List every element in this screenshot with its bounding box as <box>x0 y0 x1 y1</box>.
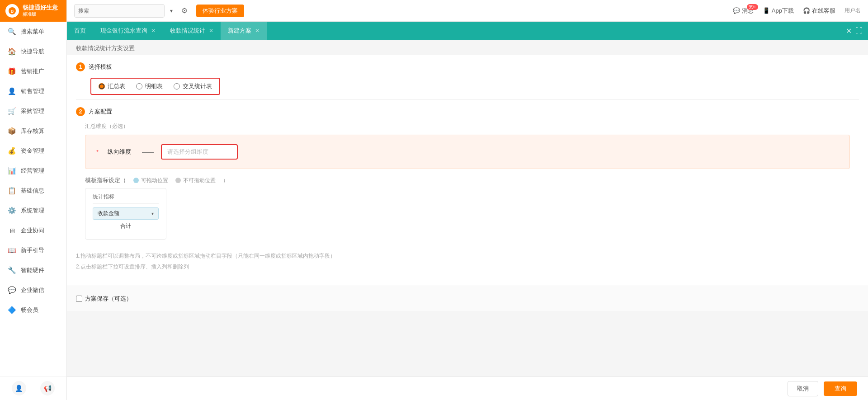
sales-icon: 👤 <box>7 87 16 96</box>
service-icon: 🎧 <box>803 7 810 14</box>
tab-payment-stats[interactable]: 收款情况统计 ✕ <box>163 22 221 40</box>
tab-new-plan[interactable]: 新建方案 ✕ <box>221 22 267 40</box>
quick-nav-icon: 🏠 <box>7 47 16 56</box>
sidebar-bottom-icon1[interactable]: 👤 <box>12 381 26 395</box>
basic-info-icon: 📋 <box>7 186 16 195</box>
tab-new-plan-close[interactable]: ✕ <box>255 28 259 34</box>
dimension-name-label: 纵向维度 <box>108 148 135 156</box>
system-icon: ⚙️ <box>7 206 16 215</box>
tab-bank-flow-close[interactable]: ✕ <box>151 28 156 34</box>
sidebar-item-member[interactable]: 🔷 畅会员 <box>0 300 66 320</box>
step2-title: 方案配置 <box>89 108 112 116</box>
purchase-icon: 🛒 <box>7 107 16 116</box>
main-area: ▾ ⚙ 体验行业方案 💬 消息 99+ 📱 App下载 🎧 在线客服 用户名 首… <box>67 0 868 400</box>
sidebar-logo: B 畅捷通好生意 标准版 <box>0 0 66 22</box>
sidebar-item-quick-nav[interactable]: 🏠 快捷导航 <box>0 42 66 61</box>
save-checkbox[interactable] <box>76 296 82 302</box>
step2-header: 2 方案配置 <box>76 107 859 116</box>
sidebar-item-purchase[interactable]: 🛒 采购管理 <box>0 101 66 121</box>
sidebar-item-search-menu[interactable]: 🔍 搜索菜单 <box>0 22 66 42</box>
radio-summary-input[interactable] <box>99 83 105 89</box>
sidebar-item-marketing[interactable]: 🎁 营销推广 <box>0 61 66 81</box>
footer: 方案保存（可选） <box>67 286 868 311</box>
trial-button[interactable]: 体验行业方案 <box>196 5 244 17</box>
radio-detail[interactable]: 明细表 <box>136 82 163 90</box>
stats-tag-payment[interactable]: 收款金额 ▾ <box>93 207 159 220</box>
sidebar-bottom-icon2[interactable]: 📢 <box>40 381 55 395</box>
query-button[interactable]: 查询 <box>824 381 857 396</box>
content-area: 收款情况统计方案设置 1 选择模板 汇总表 明 <box>67 40 868 376</box>
cancel-button[interactable]: 取消 <box>788 381 818 396</box>
logo-icon: B <box>5 4 19 18</box>
step2-content: 汇总维度（必选） * 纵向维度 —— 请选择分组维度 <box>76 122 859 240</box>
sidebar-item-corp[interactable]: 🖥 企业协同 <box>0 221 66 240</box>
radio-cross-input[interactable] <box>174 83 180 89</box>
sidebar-item-label: 智能硬件 <box>21 266 44 274</box>
radio-detail-input[interactable] <box>136 83 142 89</box>
step1-section: 1 选择模板 汇总表 明细表 <box>67 55 868 99</box>
sidebar-item-label: 新手引导 <box>21 246 44 254</box>
online-service-button[interactable]: 🎧 在线客服 <box>803 7 835 15</box>
radio-summary[interactable]: 汇总表 <box>99 82 125 90</box>
tip2: 2.点击标题栏下拉可设置排序、插入列和删除列 <box>76 261 859 272</box>
inventory-icon: 📦 <box>7 127 16 136</box>
topbar: ▾ ⚙ 体验行业方案 💬 消息 99+ 📱 App下载 🎧 在线客服 用户名 <box>67 0 868 22</box>
tab-bank-flow-label: 现金银行流水查询 <box>100 27 147 35</box>
search-input[interactable] <box>74 4 165 18</box>
tabbar-controls: ✕ ⛶ <box>846 27 868 35</box>
dimension-area: * 纵向维度 —— 请选择分组维度 <box>85 135 850 169</box>
step2-section: 2 方案配置 汇总维度（必选） * 纵向维度 —— <box>67 100 868 244</box>
member-icon: 🔷 <box>7 306 16 315</box>
sidebar-item-wechat[interactable]: 💬 企业微信 <box>0 280 66 300</box>
tab-close-all-icon[interactable]: ✕ <box>846 27 852 35</box>
sidebar-item-finance[interactable]: 💰 资金管理 <box>0 141 66 161</box>
sidebar-item-smart-hw[interactable]: 🔧 智能硬件 <box>0 260 66 280</box>
step2-number: 2 <box>76 107 85 116</box>
radio-summary-label: 汇总表 <box>108 82 125 90</box>
sidebar-item-newbie[interactable]: 📖 新手引导 <box>0 240 66 260</box>
user-info: 用户名 <box>844 7 861 14</box>
finance-icon: 💰 <box>7 146 16 155</box>
sidebar-item-label: 营销推广 <box>21 67 44 75</box>
sidebar-item-label: 畅会员 <box>21 306 38 314</box>
sidebar-item-label: 快捷导航 <box>21 47 44 56</box>
sidebar-item-label: 销售管理 <box>21 87 44 95</box>
stats-total: 合计 <box>93 221 159 232</box>
tab-payment-stats-label: 收款情况统计 <box>170 27 205 35</box>
tab-payment-stats-close[interactable]: ✕ <box>209 28 213 34</box>
sidebar-item-system[interactable]: ⚙️ 系统管理 <box>0 201 66 221</box>
tab-home[interactable]: 首页 <box>67 22 93 40</box>
radio-cross-label: 交叉统计表 <box>183 82 212 90</box>
sidebar-item-label: 资金管理 <box>21 147 44 155</box>
tabbar: 首页 现金银行流水查询 ✕ 收款情况统计 ✕ 新建方案 ✕ ✕ ⛶ <box>67 22 868 40</box>
save-label: 方案保存（可选） <box>85 295 132 303</box>
dimension-arrow: —— <box>142 149 154 155</box>
radio-detail-label: 明细表 <box>145 82 163 90</box>
tab-expand-icon[interactable]: ⛶ <box>855 27 863 35</box>
tips-section: 1.拖动标题栏可以调整布局，不可跨维度或指标区域拖动栏目字段（只能在同一维度或指… <box>67 244 868 277</box>
gear-icon[interactable]: ⚙ <box>178 5 191 17</box>
chevron-down-icon[interactable]: ▾ <box>170 8 173 14</box>
message-badge: 99+ <box>747 4 758 10</box>
sidebar-item-basic-info[interactable]: 📋 基础信息 <box>0 181 66 201</box>
save-checkbox-label[interactable]: 方案保存（可选） <box>76 295 132 303</box>
app-icon: 📱 <box>763 7 770 14</box>
wechat-icon: 💬 <box>7 286 16 295</box>
dimension-select[interactable]: 请选择分组维度 <box>161 144 238 160</box>
tab-new-plan-label: 新建方案 <box>228 27 251 35</box>
corp-icon: 🖥 <box>7 226 16 235</box>
search-menu-icon: 🔍 <box>7 27 16 36</box>
operations-icon: 📊 <box>7 166 16 175</box>
sidebar-item-inventory[interactable]: 📦 库存核算 <box>0 121 66 141</box>
sidebar-item-sales[interactable]: 👤 销售管理 <box>0 81 66 101</box>
message-button[interactable]: 💬 消息 99+ <box>733 7 754 15</box>
legend-movable: 可拖动位置 <box>133 177 168 184</box>
radio-cross[interactable]: 交叉统计表 <box>174 82 212 90</box>
sidebar-item-operations[interactable]: 📊 经营管理 <box>0 161 66 181</box>
tab-bank-flow[interactable]: 现金银行流水查询 ✕ <box>93 22 163 40</box>
template-options: 汇总表 明细表 交叉统计表 <box>90 78 220 95</box>
app-download-button[interactable]: 📱 App下载 <box>763 7 794 15</box>
topbar-right: 💬 消息 99+ 📱 App下载 🎧 在线客服 用户名 <box>733 7 861 15</box>
step1-header: 1 选择模板 <box>76 62 859 71</box>
service-label: 在线客服 <box>812 7 835 15</box>
